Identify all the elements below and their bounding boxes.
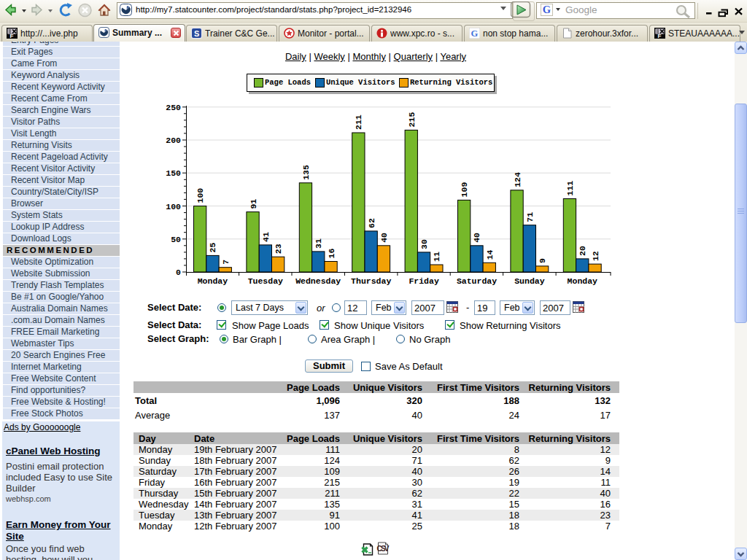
svg-text:7: 7 bbox=[221, 260, 231, 265]
svg-text:40: 40 bbox=[472, 233, 481, 243]
svg-text:20: 20 bbox=[578, 246, 587, 256]
svg-text:111: 111 bbox=[565, 181, 575, 196]
svg-text:F: F bbox=[658, 33, 662, 39]
svg-text:62: 62 bbox=[367, 218, 376, 228]
svg-text:12: 12 bbox=[591, 251, 600, 261]
svg-text:14: 14 bbox=[485, 249, 495, 260]
svg-text:S: S bbox=[194, 29, 199, 38]
svg-text:100: 100 bbox=[196, 188, 205, 203]
svg-text:150: 150 bbox=[166, 168, 181, 178]
svg-text:109: 109 bbox=[460, 182, 469, 198]
svg-text:16: 16 bbox=[327, 249, 336, 259]
svg-text:9: 9 bbox=[538, 258, 547, 263]
svg-text:41: 41 bbox=[261, 232, 271, 242]
svg-text:0: 0 bbox=[176, 268, 181, 277]
svg-text:91: 91 bbox=[249, 199, 258, 209]
svg-text:Tuesday: Tuesday bbox=[248, 276, 283, 286]
svg-text:200: 200 bbox=[166, 136, 181, 145]
svg-text:23: 23 bbox=[274, 244, 283, 254]
svg-text:250: 250 bbox=[166, 103, 181, 112]
svg-text:Monday: Monday bbox=[198, 276, 228, 286]
svg-text:40: 40 bbox=[379, 233, 389, 243]
svg-text:Friday: Friday bbox=[409, 276, 439, 286]
svg-text:F: F bbox=[10, 33, 14, 39]
svg-text:100: 100 bbox=[166, 202, 181, 211]
svg-text:50: 50 bbox=[171, 235, 181, 244]
svg-text:Sunday: Sunday bbox=[514, 276, 545, 286]
svg-text:Thursday: Thursday bbox=[351, 276, 391, 286]
svg-text:31: 31 bbox=[314, 238, 323, 249]
svg-text:Monday: Monday bbox=[568, 276, 598, 286]
svg-text:11: 11 bbox=[432, 252, 441, 262]
svg-text:71: 71 bbox=[525, 212, 535, 222]
svg-text:Wednesday: Wednesday bbox=[295, 276, 341, 286]
svg-text:Saturday: Saturday bbox=[457, 276, 497, 286]
svg-text:135: 135 bbox=[301, 165, 311, 180]
svg-text:124: 124 bbox=[513, 172, 522, 187]
svg-text:211: 211 bbox=[354, 114, 363, 130]
svg-text:25: 25 bbox=[208, 242, 217, 252]
svg-text:30: 30 bbox=[419, 239, 429, 249]
svg-text:215: 215 bbox=[407, 112, 417, 128]
svg-text:G: G bbox=[471, 28, 479, 39]
svg-text:CSV: CSV bbox=[377, 545, 390, 553]
